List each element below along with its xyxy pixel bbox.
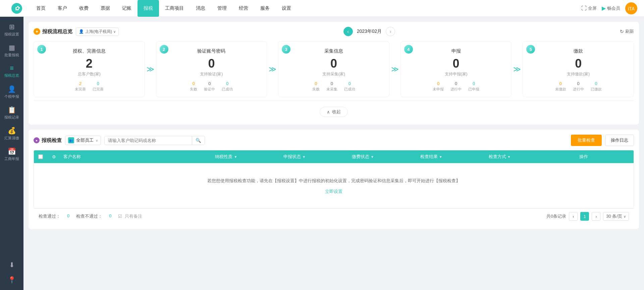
member-button[interactable]: ▶ 畅会员 <box>602 5 620 11</box>
pass-label: 检查通过： <box>39 213 60 219</box>
batch-check-button[interactable]: 批量检查 <box>571 135 602 146</box>
step-2-card: 2 验证账号密码 0 支持验证(家) 0 失败 0 验证中 <box>156 41 267 97</box>
table-header: ⚙ 客户名称 纳税性质 ▼ 申报状态 ▼ 缴费状态 ▼ <box>34 150 634 163</box>
step-2-stat-1: 0 验证中 <box>204 81 215 92</box>
sidebar-item-download[interactable]: ⬇ <box>0 258 23 272</box>
tax-overview-icon: ≡ <box>10 64 14 72</box>
step-3-stats: 0 失败 0 未采集 0 已成功 <box>312 81 355 92</box>
pass-count[interactable]: 0 <box>67 213 69 219</box>
prev-month-button[interactable]: ‹ <box>343 27 353 36</box>
sidebar: ⊞ 报税设置 ▦ 批量报税 ≡ 报税总览 👤 个税申报 📋 报税记录 💰 汇算清… <box>0 17 23 290</box>
nav-tax[interactable]: 报税 <box>138 0 159 17</box>
staff-selector[interactable]: 👥 全部员工 ∨ <box>65 136 101 145</box>
header-checkbox[interactable] <box>38 154 43 159</box>
fail-count[interactable]: 0 <box>109 213 111 219</box>
tax-check-section: ● 报税检查 👥 全部员工 ∨ 🔍 批量检查 操作日志 <box>29 130 639 229</box>
overview-header: + 报税流程总览 👤 上海(电子税局) ∨ ‹ 2023年02月 › ↻ 刷新 <box>34 27 634 36</box>
nav-fees[interactable]: 收费 <box>73 0 95 17</box>
overview-title: + 报税流程总览 <box>34 28 72 35</box>
nav-settings[interactable]: 设置 <box>276 0 297 17</box>
step-1-unit: 总客户数(家) <box>78 71 101 77</box>
svg-text:iTA: iTA <box>628 6 635 11</box>
operation-log-button[interactable]: 操作日志 <box>605 135 634 146</box>
nav-services[interactable]: 服务 <box>254 0 276 17</box>
header-settings[interactable]: ⚙ <box>47 150 61 163</box>
search-input-wrapper: 🔍 <box>104 136 205 145</box>
sidebar-item-tax-records[interactable]: 📋 报税记录 <box>0 103 23 122</box>
arrow-1: ≫ <box>145 41 156 97</box>
step-5-title: 缴款 <box>574 48 583 54</box>
sidebar-item-annual-report[interactable]: 📅 工商年报 <box>0 145 23 164</box>
step-2-stat-2: 0 已成功 <box>222 81 233 92</box>
step-2-title: 验证账号密码 <box>197 48 225 54</box>
next-month-button[interactable]: › <box>386 27 395 36</box>
chevron-down-icon-2: ∨ <box>624 215 626 218</box>
nav-messages[interactable]: 消息 <box>190 0 211 17</box>
app-logo: ✿ <box>7 3 27 14</box>
nav-management[interactable]: 管理 <box>211 0 233 17</box>
sidebar-item-tax-overview[interactable]: ≡ 报税总览 <box>0 62 23 80</box>
step-4-unit: 支持申报(家) <box>445 71 468 77</box>
step-4-title: 申报 <box>451 48 461 54</box>
step-1-count: 2 <box>86 58 93 70</box>
prev-page-button[interactable]: ‹ <box>569 212 578 221</box>
annual-report-icon: 📅 <box>8 147 16 155</box>
member-icon: ▶ <box>602 5 606 11</box>
filter-icon-4: ▼ <box>439 155 442 159</box>
step-3-stat-0: 0 失败 <box>312 81 320 92</box>
search-input[interactable] <box>105 136 192 145</box>
step-5-unit: 支持缴款(家) <box>567 71 590 77</box>
sidebar-item-tax-settings[interactable]: ⊞ 报税设置 <box>0 20 23 39</box>
header-check-method[interactable]: 检查方式 ▼ <box>466 150 534 163</box>
chevron-down-icon: ∨ <box>96 139 98 142</box>
step-1-stats: 2 未完善 0 已完善 <box>75 81 104 92</box>
step-5-count: 0 <box>575 58 582 70</box>
step-4-stats: 0 未申报 0 进行中 0 已申报 <box>433 81 479 92</box>
step-3-unit: 支持采集(家) <box>322 71 345 77</box>
per-page-selector[interactable]: 30 条/页 ∨ <box>603 212 629 221</box>
nav-clients[interactable]: 客户 <box>52 0 73 17</box>
refresh-button[interactable]: ↻ 刷新 <box>620 28 634 34</box>
page-1-button[interactable]: 1 <box>580 212 589 221</box>
nav-accounting[interactable]: 记账 <box>116 0 138 17</box>
search-button[interactable]: 🔍 <box>192 136 205 145</box>
nav-home[interactable]: 首页 <box>30 0 52 17</box>
setup-link[interactable]: 立即设置 <box>325 189 342 195</box>
header-declare-status[interactable]: 申报状态 ▼ <box>260 150 329 163</box>
header-tax-nature[interactable]: 纳税性质 ▼ <box>192 150 261 163</box>
header-check[interactable] <box>34 150 47 163</box>
fullscreen-button[interactable]: ⛶ 全屏 <box>581 5 597 11</box>
checkbox-icon: ☑ <box>118 214 122 219</box>
tax-settings-icon: ⊞ <box>9 23 15 31</box>
sidebar-item-location[interactable]: 📍 <box>0 273 23 287</box>
filter-icon-3: ▼ <box>371 155 374 159</box>
step-5-stats: 0 未缴款 0 进行中 0 已缴款 <box>555 81 602 92</box>
step-1-card: 1 授权、完善信息 2 总客户数(家) 2 未完善 0 已完善 <box>34 41 145 97</box>
tax-records-icon: 📋 <box>8 106 16 114</box>
settlement-icon: 💰 <box>8 127 16 135</box>
location-icon: 📍 <box>8 276 16 284</box>
step-1-stat-1: 0 已完善 <box>93 81 104 92</box>
collapse-button[interactable]: ∧ 收起 <box>320 107 348 117</box>
location-selector[interactable]: 👤 上海(电子税局) ∨ <box>76 27 119 36</box>
user-avatar[interactable]: iTA <box>625 2 637 14</box>
chevron-down-icon: ∨ <box>113 30 116 33</box>
nav-business[interactable]: 工商项目 <box>159 0 190 17</box>
header-name: 客户名称 <box>61 150 192 163</box>
sidebar-item-settlement[interactable]: 💰 汇算清缴 <box>0 124 23 143</box>
person-icon: 👤 <box>79 29 84 34</box>
next-page-button[interactable]: › <box>592 212 600 221</box>
step-2-count: 0 <box>208 58 215 70</box>
sidebar-item-personal-tax[interactable]: 👤 个税申报 <box>0 82 23 101</box>
header-right-buttons: 批量检查 操作日志 <box>571 135 634 146</box>
nav-invoices[interactable]: 票据 <box>95 0 116 17</box>
personal-tax-icon: 👤 <box>8 85 16 93</box>
step-4-stat-1: 0 进行中 <box>450 81 462 92</box>
avatar-icon: iTA <box>625 2 637 14</box>
header-check-result[interactable]: 检查结果 ▼ <box>397 150 466 163</box>
step-3-count: 0 <box>330 58 337 70</box>
total-records: 共0条记录 <box>546 213 566 219</box>
sidebar-item-batch-tax[interactable]: ▦ 批量报税 <box>0 41 23 60</box>
header-pay-status[interactable]: 缴费状态 ▼ <box>329 150 397 163</box>
nav-operations[interactable]: 经营 <box>233 0 254 17</box>
